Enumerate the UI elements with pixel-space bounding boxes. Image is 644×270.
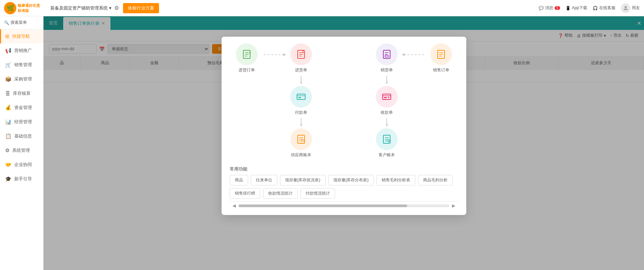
flow-node-sales-bill[interactable]: 销货单 bbox=[370, 43, 404, 73]
payment-circle bbox=[290, 86, 312, 108]
func-btn-sales-gross-analysis[interactable]: 销售毛利分析表 bbox=[377, 175, 415, 185]
vertical-arrows-row-2: ▼ ▼ bbox=[230, 118, 458, 125]
purchase-bill-label: 进货单 bbox=[295, 67, 307, 73]
top-right: 💬 消息 5 📱 App下载 🎧 在线客服 用友 bbox=[539, 3, 640, 13]
svg-rect-12 bbox=[302, 140, 304, 141]
func-btn-inventory-distribution[interactable]: 现存量(库存分布表) bbox=[328, 175, 374, 185]
sidebar-item-finance[interactable]: 💰 资金管理 bbox=[0, 101, 43, 115]
receipt-label: 收款单 bbox=[381, 110, 393, 115]
func-btn-product[interactable]: 商品 bbox=[230, 175, 248, 185]
top-bar: 🌿 畅康通好生意 标准版 装备及固定资产辅助管理系统 ▾ ⚙ 体验行业方案 💬 … bbox=[0, 0, 644, 16]
message-badge: 5 bbox=[555, 6, 560, 10]
beginner-icon: 🎓 bbox=[5, 176, 12, 182]
flow-row-1: 进货订单 ▶ bbox=[230, 43, 458, 73]
flow-node-receipt[interactable]: 收款单 bbox=[370, 86, 404, 115]
func-btn-product-gross-analysis[interactable]: 商品毛利分析 bbox=[418, 175, 453, 185]
finance-icon: 💰 bbox=[5, 105, 12, 111]
common-functions-title: 常用功能 bbox=[230, 166, 458, 172]
message-icon: 💬 bbox=[539, 6, 544, 11]
svg-rect-7 bbox=[297, 94, 305, 100]
svg-point-3 bbox=[303, 51, 305, 53]
scroll-right-icon[interactable]: ▶ bbox=[452, 203, 455, 208]
arrow-1: ▶ bbox=[264, 54, 284, 62]
scroll-thumb bbox=[239, 204, 407, 207]
svg-rect-10 bbox=[384, 97, 387, 98]
grid-icon: ⊞ bbox=[5, 33, 10, 39]
system-title: 装备及固定资产辅助管理系统 ▾ bbox=[50, 5, 111, 11]
try-btn[interactable]: 体验行业方案 bbox=[123, 3, 159, 13]
settings-icon[interactable]: ⚙ bbox=[114, 5, 119, 11]
inventory-icon: 🗄 bbox=[5, 91, 10, 96]
svg-point-14 bbox=[388, 140, 390, 142]
sidebar-item-enterprise[interactable]: 🤝 企业协同 bbox=[0, 158, 43, 172]
func-btn-counterpart[interactable]: 往来单位 bbox=[251, 175, 277, 185]
logo-area: 🌿 畅康通好生意 标准版 bbox=[4, 2, 48, 14]
flow-node-sales-order[interactable]: 销售订单 bbox=[424, 43, 458, 73]
common-functions: 常用功能 商品 往来单位 现存量(库存状况表) 现存量(库存分布表) 销售毛利分… bbox=[230, 166, 458, 199]
app-download-btn[interactable]: 📱 App下载 bbox=[565, 5, 587, 11]
sidebar-item-marketing[interactable]: 📢 营销推广 bbox=[0, 43, 43, 58]
content-area: 首页 销售订单执行表 ✕ ✕ ❓ 帮助 🖨 按模板打印 bbox=[43, 16, 644, 270]
sales-order-circle bbox=[430, 43, 452, 65]
scroll-track[interactable] bbox=[239, 204, 449, 207]
headset-icon: 🎧 bbox=[593, 6, 598, 11]
basic-info-icon: 📋 bbox=[5, 133, 12, 139]
app-container: 🌿 畅康通好生意 标准版 装备及固定资产辅助管理系统 ▾ ⚙ 体验行业方案 💬 … bbox=[0, 0, 644, 270]
system-icon: ⚙ bbox=[5, 147, 10, 154]
sidebar-item-operations[interactable]: 📊 经营管理 bbox=[0, 115, 43, 129]
flow-node-purchase-bill[interactable]: 进货单 bbox=[284, 43, 318, 73]
func-buttons-row-1: 商品 往来单位 现存量(库存状况表) 现存量(库存分布表) 销售毛利分析表 商品… bbox=[230, 175, 458, 185]
sales-order-label: 销售订单 bbox=[433, 67, 449, 73]
flow-node-customer-ledger[interactable]: 客户账本 bbox=[370, 128, 404, 158]
purchase-icon: 📦 bbox=[5, 76, 12, 82]
flow-section: 进货订单 ▶ bbox=[230, 43, 458, 161]
svg-rect-8 bbox=[298, 97, 301, 98]
customer-ledger-label: 客户账本 bbox=[379, 152, 395, 158]
purchase-order-label: 进货订单 bbox=[239, 67, 255, 73]
sales-bill-label: 销货单 bbox=[381, 67, 393, 73]
chevron-down-icon[interactable]: ▾ bbox=[109, 5, 111, 11]
sidebar-item-beginner[interactable]: 🎓 新手引导 bbox=[0, 172, 43, 186]
sidebar-item-basic-info[interactable]: 📋 基础信息 bbox=[0, 129, 43, 143]
func-btn-inventory-status[interactable]: 现存量(库存状况表) bbox=[280, 175, 326, 185]
func-btn-payment-stats[interactable]: 付款情况统计 bbox=[300, 188, 335, 199]
flow-row-3: 供应商账本 客户账本 bbox=[230, 128, 458, 158]
logo-icon: 🌿 bbox=[4, 2, 16, 14]
scroll-hint: ◀ ▶ bbox=[230, 201, 458, 210]
download-icon: 📱 bbox=[565, 6, 571, 11]
scroll-left-icon[interactable]: ◀ bbox=[232, 203, 236, 208]
sales-bill-circle bbox=[376, 43, 398, 65]
purchase-order-circle bbox=[236, 43, 258, 65]
svg-rect-9 bbox=[383, 94, 391, 100]
arrow-2: ◀ bbox=[404, 54, 424, 62]
func-btn-sales-ranking[interactable]: 销售排行榜 bbox=[230, 188, 260, 199]
main-area: 🔍 搜索菜单 ⊞ 快捷导航 📢 营销推广 🛒 销售管理 📦 采购管理 🗄 bbox=[0, 16, 644, 270]
search-icon: 🔍 bbox=[4, 20, 9, 25]
supplier-ledger-label: 供应商账本 bbox=[291, 152, 311, 158]
func-btn-receipt-stats[interactable]: 收款情况统计 bbox=[263, 188, 298, 199]
flow-node-purchase-order[interactable]: 进货订单 bbox=[230, 43, 264, 73]
online-service-btn[interactable]: 🎧 在线客服 bbox=[593, 5, 615, 11]
payment-label: 付款单 bbox=[295, 110, 307, 115]
svg-point-0 bbox=[625, 6, 627, 8]
enterprise-icon: 🤝 bbox=[5, 162, 12, 168]
sidebar-item-system[interactable]: ⚙ 系统管理 bbox=[0, 143, 43, 158]
purchase-bill-circle bbox=[290, 43, 312, 65]
sidebar-item-quick-nav[interactable]: ⊞ 快捷导航 bbox=[0, 29, 43, 43]
flow-node-payment[interactable]: 付款单 bbox=[284, 86, 318, 115]
logo-text: 畅康通好生意 标准版 bbox=[18, 3, 40, 13]
popup-dialog: 进货订单 ▶ bbox=[222, 37, 466, 215]
svg-rect-5 bbox=[385, 55, 388, 57]
customer-ledger-circle bbox=[376, 128, 398, 150]
user-menu[interactable]: 用友 bbox=[621, 3, 640, 13]
supplier-ledger-circle bbox=[290, 128, 312, 150]
sales-icon: 🛒 bbox=[5, 62, 12, 68]
sidebar-search[interactable]: 🔍 搜索菜单 bbox=[0, 16, 43, 29]
sidebar-item-sales[interactable]: 🛒 销售管理 bbox=[0, 58, 43, 72]
sidebar-item-purchase[interactable]: 📦 采购管理 bbox=[0, 72, 43, 86]
sidebar-item-inventory[interactable]: 🗄 库存核算 bbox=[0, 86, 43, 101]
message-btn[interactable]: 💬 消息 5 bbox=[539, 5, 560, 11]
avatar bbox=[621, 3, 630, 13]
flow-node-supplier-ledger[interactable]: 供应商账本 bbox=[284, 128, 318, 158]
receipt-circle bbox=[376, 86, 398, 108]
